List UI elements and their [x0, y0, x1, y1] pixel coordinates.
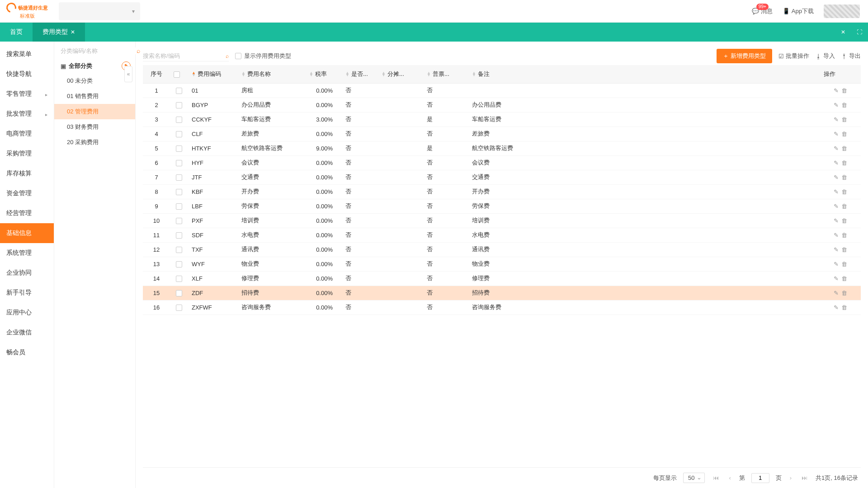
delete-icon[interactable]: 🗑	[841, 174, 847, 181]
table-row[interactable]: 101房租0.00%否否✎🗑	[143, 83, 861, 98]
cell-checkbox[interactable]	[170, 155, 188, 170]
table-row[interactable]: 8KBF开办费0.00%否否开办费✎🗑	[143, 184, 861, 199]
nav-item[interactable]: 库存核算	[0, 164, 54, 183]
nav-item[interactable]: 畅会员	[0, 343, 54, 362]
tab-close-all-button[interactable]: ✕	[838, 27, 848, 37]
category-item[interactable]: 02 管理费用	[54, 104, 135, 119]
delete-icon[interactable]: 🗑	[841, 275, 847, 282]
edit-icon[interactable]: ✎	[834, 246, 839, 253]
edit-icon[interactable]: ✎	[834, 232, 839, 239]
page-input[interactable]	[751, 473, 769, 483]
fullscreen-button[interactable]: ⛶	[854, 27, 864, 37]
edit-icon[interactable]: ✎	[834, 188, 839, 195]
search-icon[interactable]: ⌕	[226, 53, 229, 59]
col-seq[interactable]: 序号	[143, 65, 170, 83]
edit-icon[interactable]: ✎	[834, 304, 839, 311]
category-item[interactable]: 03 财务费用	[54, 119, 135, 135]
collapse-tree-button[interactable]	[124, 66, 132, 82]
delete-icon[interactable]: 🗑	[841, 116, 847, 123]
edit-icon[interactable]: ✎	[834, 160, 839, 166]
table-row[interactable]: 9LBF劳保费0.00%否否劳保费✎🗑	[143, 199, 861, 213]
category-item[interactable]: 01 销售费用	[54, 89, 135, 104]
next-page-button[interactable]: ›	[788, 474, 793, 481]
search-icon[interactable]: ⌕	[137, 47, 140, 54]
cell-checkbox[interactable]	[170, 127, 188, 141]
messages-button[interactable]: 💬 消息 99+	[752, 7, 773, 15]
edit-icon[interactable]: ✎	[834, 290, 839, 296]
close-icon[interactable]: ✕	[71, 29, 75, 35]
cell-checkbox[interactable]	[170, 242, 188, 257]
nav-item[interactable]: 系统管理	[0, 243, 54, 263]
delete-icon[interactable]: 🗑	[841, 87, 847, 94]
col-rate[interactable]: ▲▼税率	[306, 65, 342, 83]
cell-checkbox[interactable]	[170, 271, 188, 286]
col-remark[interactable]: ▲▼备注	[468, 65, 820, 83]
delete-icon[interactable]: 🗑	[841, 145, 847, 152]
col-code[interactable]: ▲▼费用编码	[188, 65, 238, 83]
delete-icon[interactable]: 🗑	[841, 217, 847, 224]
edit-icon[interactable]: ✎	[834, 203, 839, 210]
cell-checkbox[interactable]	[170, 83, 188, 98]
table-row[interactable]: 6HYF会议费0.00%否否会议费✎🗑	[143, 155, 861, 170]
col-share[interactable]: ▲▼分摊...	[378, 65, 423, 83]
show-disabled-checkbox[interactable]: 显示停用费用类型	[235, 52, 291, 60]
tenant-selector[interactable]	[59, 2, 140, 20]
table-search-input[interactable]	[143, 51, 226, 61]
nav-item[interactable]: 资金管理	[0, 183, 54, 203]
prev-page-button[interactable]: ‹	[727, 474, 732, 481]
delete-icon[interactable]: 🗑	[841, 261, 847, 267]
table-row[interactable]: 2BGYP办公用品费0.00%否否办公用品费✎🗑	[143, 98, 861, 112]
last-page-button[interactable]: ⏭	[800, 474, 809, 481]
export-button[interactable]: ⭱ 导出	[841, 52, 861, 60]
col-isbool[interactable]: ▲▼是否...	[342, 65, 378, 83]
delete-icon[interactable]: 🗑	[841, 304, 847, 311]
nav-item[interactable]: 企业微信	[0, 323, 54, 343]
edit-icon[interactable]: ✎	[834, 87, 839, 94]
nav-item[interactable]: 快捷导航	[0, 64, 54, 84]
user-avatar[interactable]	[824, 5, 860, 18]
first-page-button[interactable]: ⏮	[711, 474, 721, 481]
import-button[interactable]: ⭳ 导入	[816, 52, 835, 60]
table-row[interactable]: 14XLF修理费0.00%否否修理费✎🗑	[143, 271, 861, 286]
col-ticket[interactable]: ▲▼普票...	[423, 65, 468, 83]
nav-item[interactable]: 零售管理	[0, 84, 54, 104]
edit-icon[interactable]: ✎	[834, 275, 839, 282]
cell-checkbox[interactable]	[170, 257, 188, 271]
delete-icon[interactable]: 🗑	[841, 188, 847, 195]
pagesize-select[interactable]: 50	[683, 473, 705, 483]
nav-item[interactable]: 电商管理	[0, 124, 54, 144]
cell-checkbox[interactable]	[170, 300, 188, 314]
delete-icon[interactable]: 🗑	[841, 160, 847, 166]
cell-checkbox[interactable]	[170, 286, 188, 300]
edit-icon[interactable]: ✎	[834, 131, 839, 137]
table-row[interactable]: 15ZDF招待费0.00%否否招待费✎🗑	[143, 286, 861, 300]
nav-item[interactable]: 采购管理	[0, 144, 54, 164]
edit-icon[interactable]: ✎	[834, 116, 839, 123]
tab-home[interactable]: 首页	[0, 23, 33, 42]
delete-icon[interactable]: 🗑	[841, 203, 847, 210]
table-row[interactable]: 16ZXFWF咨询服务费0.00%否否咨询服务费✎🗑	[143, 300, 861, 314]
table-row[interactable]: 5HTKYF航空铁路客运费9.00%否是航空铁路客运费✎🗑	[143, 141, 861, 155]
tab-fee-type[interactable]: 费用类型 ✕	[33, 23, 85, 42]
cell-checkbox[interactable]	[170, 141, 188, 155]
delete-icon[interactable]: 🗑	[841, 102, 847, 108]
nav-item[interactable]: 经营管理	[0, 203, 54, 223]
delete-icon[interactable]: 🗑	[841, 131, 847, 137]
edit-icon[interactable]: ✎	[834, 174, 839, 181]
edit-icon[interactable]: ✎	[834, 102, 839, 108]
category-item[interactable]: 20 采购费用	[54, 135, 135, 150]
nav-item[interactable]: 新手引导	[0, 283, 54, 303]
cell-checkbox[interactable]	[170, 170, 188, 184]
delete-icon[interactable]: 🗑	[841, 290, 847, 296]
col-checkbox[interactable]	[170, 65, 188, 83]
cell-checkbox[interactable]	[170, 112, 188, 127]
edit-icon[interactable]: ✎	[834, 217, 839, 224]
table-row[interactable]: 13WYF物业费0.00%否否物业费✎🗑	[143, 257, 861, 271]
table-row[interactable]: 11SDF水电费0.00%否否水电费✎🗑	[143, 228, 861, 242]
table-row[interactable]: 12TXF通讯费0.00%否否通讯费✎🗑	[143, 242, 861, 257]
category-search-input[interactable]	[61, 47, 137, 54]
edit-icon[interactable]: ✎	[834, 145, 839, 152]
edit-icon[interactable]: ✎	[834, 261, 839, 267]
table-row[interactable]: 10PXF培训费0.00%否否培训费✎🗑	[143, 213, 861, 228]
download-button[interactable]: 📱 App下载	[783, 7, 814, 15]
